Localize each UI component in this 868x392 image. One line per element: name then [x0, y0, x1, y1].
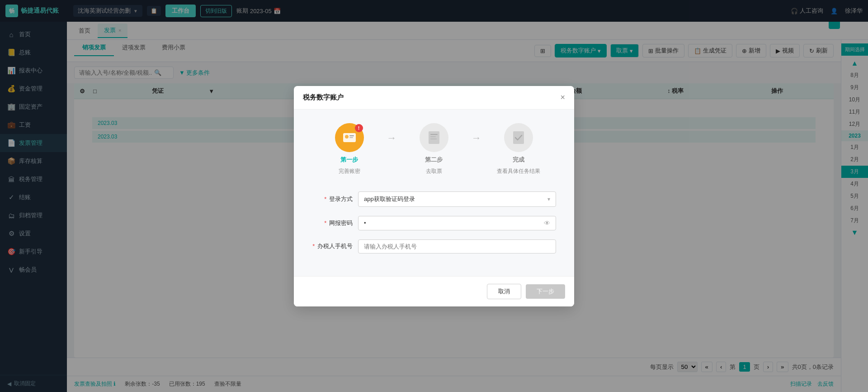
cancel-button[interactable]: 取消: [487, 284, 521, 299]
modal-form: * 登录方式 app获取验证码登录 ▾ * 网报密码: [312, 191, 556, 253]
step-3-icon: [504, 123, 533, 152]
svg-point-1: [345, 135, 349, 139]
digital-account-modal: 税务数字账户 × !: [294, 86, 574, 306]
required-marker-2: *: [324, 220, 326, 226]
svg-rect-2: [349, 135, 354, 136]
svg-rect-7: [430, 139, 437, 139]
password-input-wrap: 👁: [358, 216, 556, 230]
modal-title: 税务数字账户: [303, 93, 344, 102]
step-1-label: 第一步: [340, 156, 358, 164]
phone-control: [358, 239, 556, 253]
svg-rect-4: [429, 131, 439, 144]
password-control: 👁: [358, 216, 556, 230]
password-input[interactable]: [364, 220, 544, 226]
svg-rect-3: [349, 137, 353, 138]
step-2-icon: [420, 123, 448, 152]
id-card-icon: [341, 129, 358, 146]
next-step-button[interactable]: 下一步: [526, 284, 565, 299]
step-1-badge: !: [355, 124, 363, 132]
login-method-select[interactable]: app获取验证码登录 ▾: [358, 191, 556, 207]
step-3-desc: 查看具体任务结果: [497, 167, 540, 175]
step-1-desc: 完善账密: [339, 167, 360, 175]
modal-header: 税务数字账户 ×: [294, 86, 574, 110]
svg-rect-5: [430, 134, 438, 135]
step-arrow-1: →: [387, 123, 396, 144]
modal-footer: 取消 下一步: [294, 276, 574, 306]
toggle-password-icon[interactable]: 👁: [544, 220, 550, 227]
step-arrow-2: →: [472, 123, 481, 144]
phone-input-wrap: [358, 239, 556, 253]
svg-rect-8: [513, 131, 524, 144]
select-arrow-icon: ▾: [547, 196, 550, 202]
modal-overlay: 税务数字账户 × !: [0, 0, 868, 392]
login-method-field: * 登录方式 app获取验证码登录 ▾: [312, 191, 556, 207]
password-field: * 网报密码 👁: [312, 216, 556, 230]
step-2-desc: 去取票: [426, 167, 442, 175]
required-marker: *: [324, 196, 326, 202]
password-label: * 网报密码: [312, 219, 353, 227]
invoice-icon-step: [426, 129, 442, 146]
login-method-label: * 登录方式: [312, 195, 353, 203]
steps-indicator: ! 第一步 完善账密 →: [312, 123, 556, 175]
step-1: ! 第一步 完善账密: [312, 123, 387, 175]
step-2: 第二步 去取票: [396, 123, 471, 175]
step-1-icon: !: [335, 123, 364, 152]
login-method-value: app获取验证码登录: [364, 195, 415, 203]
phone-input[interactable]: [364, 243, 550, 250]
svg-rect-6: [430, 136, 436, 137]
step-2-label: 第二步: [425, 156, 443, 164]
step-3: 完成 查看具体任务结果: [481, 123, 556, 175]
required-marker-3: *: [312, 243, 315, 249]
phone-field: * 办税人手机号: [312, 239, 556, 253]
phone-label: * 办税人手机号: [312, 242, 353, 250]
modal-body: ! 第一步 完善账密 →: [294, 110, 574, 276]
modal-close-btn[interactable]: ×: [560, 93, 565, 101]
login-method-control: app获取验证码登录 ▾: [358, 191, 556, 207]
step-3-label: 完成: [513, 156, 524, 164]
complete-icon: [510, 129, 527, 146]
